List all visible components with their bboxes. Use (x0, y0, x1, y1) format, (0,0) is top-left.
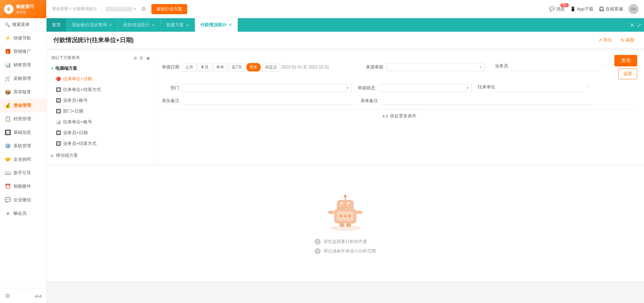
sidebar-item-basic[interactable]: 🔲 基础信息 (0, 126, 46, 139)
last-7-days-btn[interactable]: 近7天 (229, 63, 245, 71)
sidebar-item-operation[interactable]: 📋 经营管理 (0, 112, 46, 126)
scheme-icon-partner-account: 📊 (56, 120, 61, 124)
scheme-item-staff-date[interactable]: 🔲 业务员+日期 (47, 127, 154, 138)
tab-label-new-scheme: 新建方案 (166, 22, 184, 28)
sidebar-item-hardware[interactable]: ⏰ 智能硬件 (0, 180, 46, 193)
source-select[interactable]: ▾ (386, 63, 484, 71)
export-button[interactable]: ↗ 导出 (595, 36, 615, 44)
nav-icon-operation: 📋 (5, 116, 11, 122)
sidebar-item-finance[interactable]: 💰 资金管理 (0, 99, 46, 112)
refresh-button[interactable]: ↻ 刷新 (618, 36, 637, 44)
collapse-scheme-icon[interactable]: ◀ (146, 55, 149, 61)
tab-close-new-scheme[interactable]: ✕ (186, 23, 189, 27)
sidebar-item-marketing[interactable]: 🎁 营销推广 (0, 45, 46, 58)
tab-receipt[interactable]: 收款情况统计✕ (118, 18, 161, 32)
date-range-display: 2022-01-01 至 2022-12-31 (282, 64, 329, 70)
sidebar-item-member[interactable]: ∨ 畅会员 (0, 207, 46, 220)
query-button[interactable]: 查询 (614, 55, 637, 66)
filter-field-staff: 业务员 ··· (490, 63, 609, 71)
settings-scheme-icon[interactable]: ⚙ (139, 55, 144, 61)
sidebar-item-sales[interactable]: 📊 销售管理 (0, 58, 46, 72)
tab-new-scheme[interactable]: 新建方案✕ (161, 18, 195, 32)
scheme-group-mobile-header[interactable]: ▶ 移动端方案 (47, 150, 154, 160)
svg-point-10 (344, 195, 347, 198)
tab-close-bank[interactable]: ✕ (109, 23, 112, 27)
app-download-button[interactable]: 📱 App下载 (570, 6, 593, 12)
nav-label-quick-nav: 快捷导航 (13, 35, 31, 41)
nav-icon-enterprise: 🤝 (5, 156, 11, 162)
this-month-btn[interactable]: 本月 (198, 63, 212, 71)
scheme-item-staff-settlement[interactable]: 🔲 业务员+结算方式 (47, 138, 154, 149)
scheme-group-pc-header[interactable]: ▾ 电脑端方案 (47, 63, 154, 73)
logo-icon: 6 (4, 4, 13, 14)
sidebar-item-quick-nav[interactable]: ⚡ 快捷导航 (0, 31, 46, 45)
chevron-down-icon: ▾ (479, 65, 481, 69)
nav-label-finance: 资金管理 (13, 102, 31, 109)
scheme-item-partner-settlement[interactable]: 🔲 往来单位+结算方式 (47, 84, 154, 95)
topbar-dropdown-text (106, 7, 133, 11)
sidebar-item-inventory[interactable]: 📦 库存核算 (0, 85, 46, 99)
topbar-divider (101, 6, 101, 12)
empty-state-container: 1 请先选择要分析的方案 2 用过滤条件来缩小分析范围 (47, 166, 644, 281)
topbar-dropdown[interactable]: ▾ (106, 7, 136, 11)
nav-icon-hardware: ⏰ (5, 183, 11, 189)
page-actions: ↗ 导出 ↻ 刷新 (595, 36, 637, 44)
nav-icon-finance: 💰 (5, 102, 11, 109)
scheme-label-staff-account: 业务员+账号 (63, 97, 88, 103)
tab-close-payment[interactable]: ✕ (229, 23, 232, 27)
empty-illustration (322, 193, 369, 233)
messages-button[interactable]: 💬 消息 99+ (549, 6, 565, 12)
scheme-item-staff-account[interactable]: 🔲 业务员+账号 (47, 95, 154, 106)
gear-icon[interactable]: ⚙ (141, 6, 146, 12)
chevron-up-icon: ∧∧ (382, 114, 389, 119)
nav-label-purchase: 采购管理 (13, 75, 31, 82)
sidebar-item-system[interactable]: ⚙️ 系统管理 (0, 139, 46, 153)
last-month-btn[interactable]: 上月 (182, 63, 196, 71)
tab-bank[interactable]: 现金银行流水查询✕ (66, 18, 118, 32)
tab-close-receipt[interactable]: ✕ (152, 23, 155, 27)
close-all-icon[interactable]: ✕ (630, 22, 634, 28)
staff-dots-icon[interactable]: ··· (602, 63, 609, 68)
tab-home[interactable]: 首页 (47, 18, 66, 32)
filter-settings-button[interactable]: 设置 (618, 68, 637, 79)
more-dates-btn[interactable]: 更多 (246, 63, 261, 71)
avatar[interactable]: Rit (628, 4, 639, 14)
tab-label-bank: 现金银行流水查询 (72, 22, 107, 28)
sidebar-item-wechat[interactable]: 💬 企业微信 (0, 193, 46, 207)
settings-footer-icon[interactable]: ⚙ (5, 292, 10, 300)
nav-icon-quick-nav: ⚡ (5, 35, 11, 41)
filter-row-2: 部门 ▾ 单据状态 ▾ (161, 84, 637, 92)
chevron-down-icon: ▾ (134, 7, 136, 11)
header-note-input[interactable] (182, 97, 354, 105)
scheme-icon-dept-date: 🔲 (56, 109, 61, 114)
collapse-more-btn[interactable]: ∧∧ 收起更多条件 (375, 110, 423, 122)
scheme-item-partner-date[interactable]: 🔴 往来单位+日期 (47, 73, 154, 84)
sidebar-item-guide[interactable]: 📖 新手引导 (0, 166, 46, 180)
custom-date-btn[interactable]: 自定义 (262, 63, 280, 71)
scheme-item-dept-date[interactable]: 🔲 部门+日期 (47, 106, 154, 117)
sidebar-item-enterprise[interactable]: 🤝 企业协同 (0, 153, 46, 166)
empty-hint-1: 1 请先选择要分析的方案 (315, 239, 376, 245)
messages-badge: 99+ (560, 3, 569, 7)
search-menu[interactable]: 🔍 搜索菜单 (0, 18, 46, 31)
scheme-item-partner-account[interactable]: 📊 往来单位+账号 (47, 117, 154, 127)
sidebar: 6 畅捷通巧 标准版 🔍 搜索菜单 ⚡ 快捷导航🎁 营销推广📊 销售管理🛒 采购… (0, 0, 47, 303)
partner-dots-icon[interactable]: ··· (585, 84, 591, 89)
this-year-btn[interactable]: 本年 (213, 63, 227, 71)
empty-hints: 1 请先选择要分析的方案 2 用过滤条件来缩小分析范围 (315, 239, 376, 254)
body-note-input[interactable] (381, 97, 591, 105)
collapse-sidebar-icon[interactable]: ◀◀ (34, 293, 41, 299)
trial-button[interactable]: 体验行业方案 (151, 4, 187, 14)
expand-icon[interactable]: ⤢ (637, 22, 641, 28)
add-scheme-icon[interactable]: ⊕ (133, 55, 137, 61)
nav-label-hardware: 智能硬件 (13, 183, 31, 189)
status-select[interactable]: ▾ (378, 84, 471, 92)
online-service-button[interactable]: 🎧 在线客服 (599, 6, 623, 12)
scheme-panel-title: 按以下方案查询 (51, 55, 80, 61)
sidebar-item-purchase[interactable]: 🛒 采购管理 (0, 72, 46, 85)
scheme-group-mobile-label: 移动端方案 (56, 152, 78, 158)
nav-icon-inventory: 📦 (5, 89, 11, 95)
dept-select[interactable]: ▾ (182, 84, 352, 92)
svg-point-6 (344, 215, 347, 217)
tab-payment[interactable]: 付款情况统计✕ (195, 18, 238, 32)
